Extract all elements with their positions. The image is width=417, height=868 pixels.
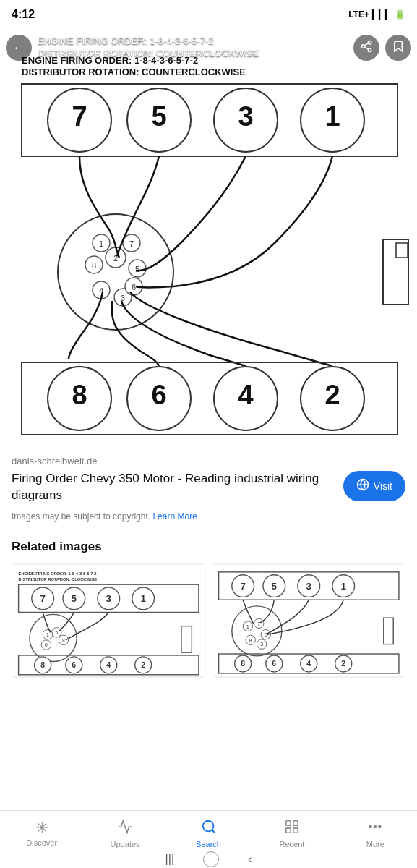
svg-text:7: 7 <box>129 239 134 248</box>
copyright-note: Images may be subject to copyright. Lear… <box>12 511 405 522</box>
main-image-container: ENGINE FIRING ORDER: 1-8-4-3-6-5-7-2 DIS… <box>0 26 417 446</box>
svg-text:1: 1 <box>324 101 340 132</box>
image-toolbar: ← ENGINE FIRING ORDER: 1-8-4-3-6-5-7-2 D… <box>0 35 417 61</box>
svg-point-88 <box>231 606 281 656</box>
bookmark-icon <box>392 40 405 56</box>
status-time: 4:12 <box>12 8 35 21</box>
image-title: ENGINE FIRING ORDER: 1-8-4-3-6-5-7-2 DIS… <box>38 35 348 60</box>
svg-rect-68 <box>181 626 192 652</box>
related-image-1[interactable]: ENGINE FIRING ORDER: 1-8-4-3-6-5-7-2 DIS… <box>12 563 206 678</box>
svg-text:8: 8 <box>92 261 96 270</box>
globe-icon <box>356 478 369 494</box>
svg-text:3: 3 <box>260 642 263 647</box>
svg-text:8: 8 <box>249 638 252 643</box>
svg-point-42 <box>368 48 371 52</box>
svg-text:2: 2 <box>341 659 345 668</box>
svg-text:6: 6 <box>132 283 136 292</box>
signal-icon: ▎▎▎ <box>372 9 392 20</box>
svg-text:6: 6 <box>272 659 276 668</box>
svg-text:6: 6 <box>45 642 48 647</box>
svg-text:1: 1 <box>340 581 346 592</box>
svg-text:5: 5 <box>151 101 166 132</box>
svg-text:1: 1 <box>140 593 146 604</box>
learn-more-link[interactable]: Learn More <box>152 511 197 522</box>
more-icon <box>367 819 383 838</box>
lte-icon: LTE+ <box>348 9 369 20</box>
svg-text:5: 5 <box>271 581 277 592</box>
svg-point-109 <box>202 821 213 832</box>
svg-text:8: 8 <box>72 380 87 410</box>
nav-more[interactable]: More <box>334 819 417 848</box>
svg-point-115 <box>370 826 372 828</box>
svg-text:6: 6 <box>151 380 166 410</box>
nav-search[interactable]: Search <box>167 819 250 848</box>
svg-text:4: 4 <box>106 660 111 669</box>
svg-text:4: 4 <box>306 659 311 668</box>
recents-gesture[interactable]: ‹ <box>248 853 252 866</box>
svg-line-44 <box>364 43 368 46</box>
nav-recent[interactable]: Recent <box>250 819 333 848</box>
svg-rect-112 <box>293 821 298 825</box>
visit-label: Visit <box>374 480 392 492</box>
svg-text:6: 6 <box>72 660 76 669</box>
visit-button[interactable]: Visit <box>343 471 405 501</box>
svg-text:3: 3 <box>238 101 253 132</box>
nav-discover[interactable]: ✳ Discover <box>0 820 83 847</box>
battery-icon: 🔋 <box>395 9 405 20</box>
share-button[interactable] <box>353 35 379 61</box>
firing-order-diagram: ENGINE FIRING ORDER: 1-8-4-3-6-5-7-2 DIS… <box>0 26 417 446</box>
back-gesture[interactable]: ||| <box>165 853 174 866</box>
nav-recent-label: Recent <box>279 840 304 848</box>
info-section: danis-schreibwelt.de Firing Order Chevy … <box>0 446 417 529</box>
svg-text:8: 8 <box>241 659 245 668</box>
svg-text:5: 5 <box>72 593 77 604</box>
related-image-2[interactable]: 7 5 3 1 7 1 5 8 3 <box>212 563 406 678</box>
updates-icon <box>117 819 133 838</box>
related-images-grid: ENGINE FIRING ORDER: 1-8-4-3-6-5-7-2 DIS… <box>12 563 405 678</box>
status-icons: LTE+ ▎▎▎ 🔋 <box>348 9 405 20</box>
related-title: Related images <box>12 540 405 554</box>
svg-text:1: 1 <box>246 624 249 629</box>
svg-rect-111 <box>286 821 291 825</box>
svg-text:5: 5 <box>135 265 139 273</box>
svg-point-40 <box>368 41 371 45</box>
svg-text:3: 3 <box>306 581 311 592</box>
svg-text:7: 7 <box>40 593 45 604</box>
svg-text:2: 2 <box>324 380 340 410</box>
svg-text:4: 4 <box>238 380 253 410</box>
home-gesture[interactable] <box>203 851 219 867</box>
svg-text:8: 8 <box>62 638 65 643</box>
svg-point-117 <box>379 826 381 828</box>
back-button[interactable]: ← <box>6 35 32 61</box>
svg-rect-114 <box>293 828 298 833</box>
svg-text:5: 5 <box>55 630 58 635</box>
svg-text:2: 2 <box>141 660 145 669</box>
svg-text:7: 7 <box>72 101 87 132</box>
info-row: Firing Order Chevy 350 Motor - Reading i… <box>12 471 405 504</box>
related-section: Related images ENGINE FIRING ORDER: 1-8-… <box>0 529 417 686</box>
svg-point-116 <box>374 826 377 828</box>
share-icon <box>360 40 373 56</box>
nav-updates-label: Updates <box>111 840 140 848</box>
source-url: danis-schreibwelt.de <box>12 456 405 467</box>
svg-rect-99 <box>383 618 392 644</box>
svg-text:DISTRIBUTOR ROTATION: CLOCKWIS: DISTRIBUTOR ROTATION: CLOCKWISE <box>19 577 98 582</box>
svg-rect-30 <box>396 243 408 258</box>
svg-rect-113 <box>286 828 291 833</box>
svg-text:DISTRIBUTOR ROTATION: COUNTERC: DISTRIBUTOR ROTATION: COUNTERCLOCKWISE <box>22 67 246 77</box>
bookmark-button[interactable] <box>385 35 411 61</box>
nav-updates[interactable]: Updates <box>83 819 166 848</box>
nav-discover-label: Discover <box>26 838 57 847</box>
page-title: Firing Order Chevy 350 Motor - Reading i… <box>12 471 335 504</box>
svg-line-110 <box>212 830 215 833</box>
svg-text:1: 1 <box>99 239 103 248</box>
svg-point-12 <box>58 214 173 330</box>
discover-icon: ✳ <box>35 820 48 836</box>
svg-text:8: 8 <box>40 660 45 669</box>
recent-icon <box>284 819 300 838</box>
search-nav-icon <box>201 819 217 838</box>
svg-text:ENGINE FIRING ORDER: 1-8-4-3-6: ENGINE FIRING ORDER: 1-8-4-3-6-5-7-2 <box>19 571 97 576</box>
svg-line-43 <box>364 47 368 49</box>
nav-search-label: Search <box>196 840 221 848</box>
svg-text:3: 3 <box>106 593 111 604</box>
